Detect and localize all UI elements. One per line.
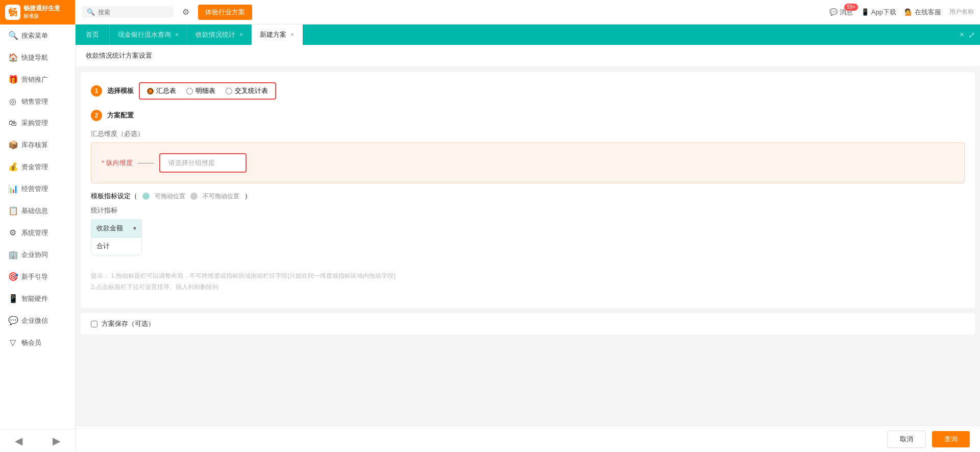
sidebar-item-enterprise[interactable]: 🏢 企业协同 [0,244,75,266]
sidebar-item-label: 销售管理 [21,97,48,106]
metrics-col1-body: 合计 [91,237,141,255]
radio-detail[interactable]: 明细表 [186,86,215,96]
purchase-icon: 🛍 [8,118,17,128]
dimension-selector[interactable]: 请选择分组维度 [159,153,247,173]
search-input[interactable] [98,9,159,16]
operation-icon: 📊 [8,184,17,194]
radio-detail-input[interactable] [186,88,193,94]
sidebar-logo: 畅 畅捷通好生意 标准版 [0,0,75,25]
header-right: 💬 消息 99+ 📱 App下载 💁 在线客服 用户名称 [829,8,974,17]
step1-row: 1 选择模板 汇总表 明细表 交叉统计表 [91,82,965,100]
sidebar-collapse-left[interactable]: ◀ [0,430,38,452]
dimension-placeholder: 请选择分组维度 [168,159,215,166]
tab-new-plan-close[interactable]: × [290,31,294,38]
trial-button[interactable]: 体验行业方案 [198,5,252,20]
window-maximize-icon[interactable]: ⤢ [968,30,975,40]
logo-text: 畅捷通好生意 [23,5,60,13]
window-close-icon[interactable]: × [960,30,964,39]
app-label: App下载 [871,8,896,17]
sidebar-item-capital[interactable]: 💰 资金管理 [0,156,75,178]
metrics-col1-header[interactable]: 收款金额 ▾ [91,220,141,237]
tab-collection-close[interactable]: × [239,31,243,38]
nodrag-dot-icon [190,193,198,200]
step2-label: 方案配置 [107,111,134,120]
capital-icon: 💰 [8,162,17,172]
sidebar-item-purchase[interactable]: 🛍 采购管理 [0,112,75,134]
tab-new-plan[interactable]: 新建方案 × [252,25,303,45]
step2-row: 2 方案配置 [91,110,965,121]
step1-badge: 1 [91,85,102,97]
sales-icon: ◎ [8,97,17,106]
radio-summary[interactable]: 汇总表 [147,86,176,96]
sidebar-item-label: 资金管理 [21,162,48,172]
radio-cross[interactable]: 交叉统计表 [226,86,268,96]
sidebar-item-marketing[interactable]: 🎁 营销推广 [0,68,75,90]
radio-summary-input[interactable] [147,88,154,94]
sidebar-item-inventory[interactable]: 📦 库存核算 [0,134,75,156]
dimension-row-label: * 纵向维度 [102,158,133,168]
sidebar-item-label: 库存核算 [21,140,48,150]
sidebar-item-label: 企业协同 [21,250,48,259]
sidebar-item-quick-nav[interactable]: 🏠 快捷导航 [0,46,75,68]
radio-cross-input[interactable] [226,88,232,94]
tab-new-plan-label: 新建方案 [260,30,286,39]
tab-collection-label: 收款情况统计 [195,30,235,39]
message-badge[interactable]: 💬 消息 99+ [829,8,853,17]
online-service[interactable]: 💁 在线客服 [904,8,941,17]
query-button[interactable]: 查询 [932,431,970,447]
sidebar-item-label: 新手引导 [21,272,48,281]
settings-icon[interactable]: ⚙ [179,5,193,19]
app-icon: 📱 [861,8,869,16]
tips-section: 提示： 1.拖动标题栏可以调整布局，不可跨维度或指标区域拖动栏目字段(只能在同一… [91,266,965,298]
sidebar-item-newguide[interactable]: 🎯 新手引导 [0,266,75,288]
sidebar-item-operation[interactable]: 📊 经营管理 [0,178,75,200]
footer-bar: 取消 查询 [76,425,980,452]
step1-label: 选择模板 [107,86,134,96]
sidebar-collapse-right[interactable]: ▶ [38,430,76,452]
sidebar-item-wechat[interactable]: 💬 企业微信 [0,310,75,331]
inventory-icon: 📦 [8,140,17,150]
sidebar-item-smart-hw[interactable]: 📱 智能硬件 [0,288,75,310]
window-controls: × ⤢ [954,25,980,45]
service-icon: 💁 [904,8,913,16]
metrics-column-1: 收款金额 ▾ 合计 [91,219,142,255]
dimension-row: * 纵向维度 —— 请选择分组维度 [102,153,954,173]
metrics-title-text: 模板指标设定（ [91,192,137,201]
sidebar-item-label: 经营管理 [21,184,48,194]
tip-2: 2.点击标题栏下拉可设置排序、插入列和删除列 [91,282,965,293]
message-count: 99+ [844,4,858,11]
wechat-icon: 💬 [8,316,17,325]
tab-bank-flow[interactable]: 现金银行流水查询 × [110,25,187,45]
metrics-closing: ） [244,192,251,201]
sidebar-item-basic-info[interactable]: 📋 基础信息 [0,200,75,222]
tip-1: 提示： 1.拖动标题栏可以调整布局，不可跨维度或指标区域拖动栏目字段(只能在同一… [91,271,965,282]
basic-icon: 📋 [8,206,17,216]
message-icon: 💬 [829,8,838,16]
app-download[interactable]: 📱 App下载 [861,8,896,17]
sidebar-item-label: 快捷导航 [21,53,48,62]
dimension-title: 汇总维度（必选） [91,129,965,138]
step2-badge: 2 [91,110,102,121]
metrics-col1-body-text: 合计 [96,242,110,250]
drag-label: 可拖动位置 [155,192,185,201]
cancel-button[interactable]: 取消 [887,431,926,448]
chevron-down-icon[interactable]: ▾ [133,225,136,232]
tab-home[interactable]: 首页 [76,25,110,45]
search-icon: 🔍 [87,8,95,16]
sidebar-item-sales[interactable]: ◎ 销售管理 [0,90,75,112]
enterprise-icon: 🏢 [8,250,17,259]
hw-icon: 📱 [8,294,17,303]
save-checkbox[interactable] [91,321,97,327]
template-radio-group: 汇总表 明细表 交叉统计表 [139,82,276,100]
search-box[interactable]: 🔍 [82,6,174,18]
form-section: 1 选择模板 汇总表 明细表 交叉统计表 [81,72,975,308]
sidebar-item-search[interactable]: 🔍 搜索菜单 [0,25,75,46]
main-area: 🔍 ⚙ 体验行业方案 💬 消息 99+ 📱 App下载 💁 在线客服 用户名称 [76,0,980,452]
sidebar-item-label: 采购管理 [21,118,48,128]
tab-bank-flow-close[interactable]: × [175,31,179,38]
metrics-col1-title: 收款金额 [96,224,123,233]
content-area: 收款情况统计方案设置 1 选择模板 汇总表 明细表 [76,45,980,452]
tab-collection-stats[interactable]: 收款情况统计 × [187,25,252,45]
sidebar-item-system[interactable]: ⚙ 系统管理 [0,222,75,244]
sidebar-item-member[interactable]: ▽ 畅会员 [0,331,75,353]
